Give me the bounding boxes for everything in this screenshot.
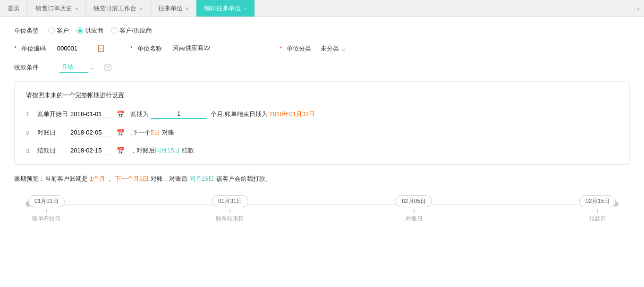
row-1-number: 1 bbox=[26, 110, 37, 118]
radio-supplier-circle bbox=[76, 27, 83, 34]
payment-terms-dropdown[interactable]: 月结 ⌄ bbox=[59, 62, 94, 73]
row-3-number: 3 bbox=[26, 147, 37, 154]
timeline-points: 01月01日 账单开始日 01月31日 账单结束日 02月05日 对账日 02月… bbox=[28, 195, 616, 223]
radio-group: 客户 供应商 客户/供应商 bbox=[48, 26, 152, 35]
preview-part3: 同月15日 bbox=[189, 175, 214, 182]
help-icon[interactable]: ? bbox=[104, 64, 111, 71]
tab-cash-work[interactable]: 钱货日清工作台 × bbox=[86, 0, 150, 17]
tab-sales-history-label: 销售订单历史 bbox=[35, 4, 72, 13]
radio-customer-label: 客户 bbox=[57, 26, 69, 35]
row-3-date-input[interactable] bbox=[70, 147, 113, 154]
timeline-tick-1 bbox=[46, 209, 47, 213]
row-1-date-input[interactable] bbox=[70, 110, 113, 118]
preview-suffix: 该客户会给我打款。 bbox=[216, 175, 271, 182]
row-2-number: 2 bbox=[26, 129, 37, 136]
tab-arrow[interactable]: › bbox=[632, 5, 644, 12]
radio-supplier-label: 供应商 bbox=[85, 26, 103, 35]
tab-edit-partner-label: 编辑往来单位 bbox=[204, 4, 241, 13]
unit-info-row: * 单位编码 📋 * 单位名称 * 单位分类 未分类 ⌄ bbox=[14, 43, 630, 53]
timeline-point-4: 02月15日 结款日 bbox=[579, 195, 616, 223]
timeline-label-3: 对账日 bbox=[406, 215, 423, 223]
settings-row-1: 1 账单开始日 📅 账期为 个月,账单结束日期为 2018年01月31日 bbox=[26, 109, 618, 119]
radio-customer[interactable]: 客户 bbox=[48, 26, 69, 35]
settings-box: 请按照未来的一个完整帐期进行设置 1 账单开始日 📅 账期为 个月,账单结束日期… bbox=[14, 81, 630, 165]
preview-part1: 1个月 bbox=[90, 175, 105, 182]
unit-type-label: 单位类型 bbox=[14, 26, 39, 35]
unit-name-label: 单位名称 bbox=[137, 44, 162, 53]
row-2-highlight: 5日 bbox=[151, 128, 160, 137]
tab-home-label: 首页 bbox=[8, 4, 20, 13]
row-2-calendar-icon[interactable]: 📅 bbox=[117, 129, 125, 136]
row-2-date-input[interactable] bbox=[70, 129, 113, 136]
unit-code-input[interactable] bbox=[57, 45, 95, 52]
row-3-desc-prefix: ，对账后 bbox=[130, 146, 155, 155]
timeline-point-2: 01月31日 账单结束日 bbox=[212, 195, 248, 223]
row-3-calendar-icon[interactable]: 📅 bbox=[117, 147, 125, 154]
row-1-period-input[interactable] bbox=[151, 109, 207, 119]
unit-code-label: 单位编码 bbox=[21, 44, 46, 53]
radio-both[interactable]: 客户/供应商 bbox=[111, 26, 152, 35]
preview-prefix: 账期预览：当前客户账期是 bbox=[14, 175, 88, 182]
unit-category-star: * bbox=[280, 45, 282, 52]
tab-partner-label: 往来单位 bbox=[158, 4, 183, 13]
unit-name-star: * bbox=[130, 45, 133, 52]
tab-edit-partner[interactable]: 编辑往来单位 × bbox=[196, 0, 254, 17]
unit-category-select[interactable]: 未分类 ⌄ bbox=[321, 44, 347, 53]
radio-customer-circle bbox=[48, 27, 55, 34]
tab-cash-work-close[interactable]: × bbox=[139, 6, 142, 11]
tab-partner-close[interactable]: × bbox=[186, 6, 188, 11]
row-2-label: 对账日 bbox=[37, 128, 70, 137]
preview-part2: 下一个月5日 bbox=[115, 175, 149, 182]
unit-name-group: * 单位名称 bbox=[130, 44, 256, 53]
row-1-calendar-icon[interactable]: 📅 bbox=[117, 110, 125, 118]
preview-section: 账期预览：当前客户账期是 1个月 ， 下一个月5日 对账，对账后 同月15日 该… bbox=[14, 173, 630, 184]
unit-category-arrow[interactable]: ⌄ bbox=[341, 45, 347, 52]
payment-terms-value: 月结 bbox=[59, 62, 88, 73]
row-1-date: 📅 bbox=[70, 110, 125, 118]
settings-row-2: 2 对账日 📅 ,下一个 5日 对账 bbox=[26, 128, 618, 137]
unit-category-value: 未分类 bbox=[321, 44, 339, 53]
tab-cash-work-label: 钱货日清工作台 bbox=[93, 4, 136, 13]
preview-comma1: ， bbox=[107, 175, 113, 182]
payment-terms-label: 收款条件 bbox=[14, 63, 39, 72]
payment-terms-dropdown-arrow[interactable]: ⌄ bbox=[90, 64, 94, 71]
timeline-section: 01月01日 账单开始日 01月31日 账单结束日 02月05日 对账日 02月… bbox=[14, 195, 630, 223]
tab-sales-history-close[interactable]: × bbox=[75, 6, 78, 11]
timeline-tick-2 bbox=[229, 209, 230, 213]
unit-code-star: * bbox=[14, 45, 17, 52]
unit-code-group: * 单位编码 📋 bbox=[14, 43, 107, 53]
settings-row-3: 3 结款日 📅 ，对账后 同月15日 结款 bbox=[26, 146, 618, 155]
row-3-highlight: 同月15日 bbox=[155, 146, 180, 155]
row-2-desc-suffix: 对账 bbox=[162, 128, 174, 137]
row-1-label: 账单开始日 bbox=[37, 110, 70, 118]
timeline-point-1: 01月01日 账单开始日 bbox=[28, 195, 65, 223]
payment-terms-row: 收款条件 月结 ⌄ ? bbox=[14, 62, 630, 73]
unit-type-row: 单位类型 客户 供应商 客户/供应商 bbox=[14, 26, 630, 35]
tab-home[interactable]: 首页 bbox=[0, 0, 28, 17]
unit-category-label: 单位分类 bbox=[287, 44, 311, 53]
unit-code-input-wrap[interactable]: 📋 bbox=[55, 43, 107, 53]
timeline-label-2: 账单结束日 bbox=[216, 215, 244, 223]
row-1-desc-prefix: 账期为 bbox=[130, 110, 149, 118]
unit-code-icon[interactable]: 📋 bbox=[97, 44, 105, 52]
tab-sales-history[interactable]: 销售订单历史 × bbox=[28, 0, 86, 17]
timeline-badge-3: 02月05日 bbox=[396, 195, 432, 207]
timeline-label-4: 结款日 bbox=[589, 215, 606, 223]
timeline-tick-4 bbox=[597, 209, 598, 213]
radio-supplier[interactable]: 供应商 bbox=[76, 26, 103, 35]
unit-category-group: * 单位分类 未分类 ⌄ bbox=[280, 44, 347, 53]
tab-edit-partner-close[interactable]: × bbox=[244, 6, 246, 11]
main-content: 单位类型 客户 供应商 客户/供应商 * 单位编码 📋 bbox=[0, 17, 644, 287]
tab-partner[interactable]: 往来单位 × bbox=[151, 0, 196, 17]
tab-bar: 首页 销售订单历史 × 钱货日清工作台 × 往来单位 × 编辑往来单位 × › bbox=[0, 0, 644, 17]
row-1-highlight: 2018年01月31日 bbox=[270, 110, 315, 118]
timeline-badge-2: 01月31日 bbox=[212, 195, 248, 207]
unit-name-input[interactable] bbox=[171, 44, 256, 53]
row-3-desc-suffix: 结款 bbox=[182, 146, 194, 155]
settings-title: 请按照未来的一个完整帐期进行设置 bbox=[26, 91, 618, 100]
radio-both-label: 客户/供应商 bbox=[119, 26, 152, 35]
timeline-badge-1: 01月01日 bbox=[28, 195, 65, 207]
row-1-desc-suffix: 个月,账单结束日期为 bbox=[211, 110, 268, 118]
row-3-label: 结款日 bbox=[37, 146, 70, 155]
timeline-point-3: 02月05日 对账日 bbox=[396, 195, 432, 223]
